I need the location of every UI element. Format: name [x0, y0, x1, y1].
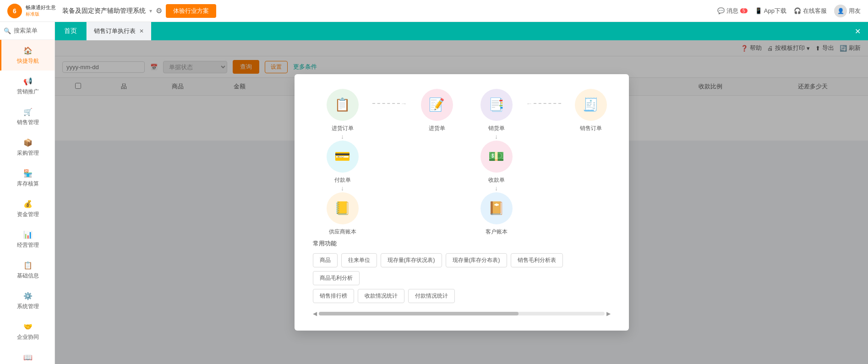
system-name: 装备及固定资产辅助管理系统 [62, 7, 146, 15]
app-icon: 📱 [755, 7, 762, 14]
receipt-circle: 💵 [480, 141, 513, 173]
flow-node-purchase-bill[interactable]: 📝 进货单 [407, 89, 467, 132]
logo-text: 畅康通好生意 [26, 4, 56, 11]
sidebar-item-finance[interactable]: 💰 资金管理 [0, 193, 55, 224]
sidebar-label-enterprise: 企业协同 [17, 333, 39, 341]
flow-node-supplier[interactable]: 📒 供应商账本 [313, 192, 372, 236]
arrow-down-payment: ↓ [341, 132, 344, 141]
arrow-down-receipt: ↓ [495, 132, 498, 141]
sidebar-label-sales: 销售管理 [17, 119, 39, 126]
sidebar-label-purchase: 采购管理 [17, 149, 39, 157]
arrow-down-supplier: ↓ [341, 184, 344, 192]
flow-node-payment[interactable]: 💳 付款单 [313, 141, 372, 184]
sidebar-search[interactable]: 🔍 搜索菜单 [0, 22, 55, 40]
sidebar-item-enterprise[interactable]: 🤝 企业协同 [0, 316, 55, 347]
func-btn-goods[interactable]: 商品 [313, 253, 338, 267]
sidebar-item-purchase[interactable]: 📦 采购管理 [0, 132, 55, 163]
top-header: 6 畅康通好生意 标准版 装备及固定资产辅助管理系统 ▾ ⚙ 体验行业方案 💬 … [0, 0, 868, 22]
sales-bill-label: 销货单 [488, 125, 505, 132]
system-dropdown-icon[interactable]: ▾ [149, 8, 152, 14]
customer-label: 客户账本 [486, 228, 508, 236]
flow-node-sales-order[interactable]: 🧾 销售订单 [561, 89, 621, 132]
scroll-thumb [319, 312, 519, 315]
func-btn-goods-margin[interactable]: 商品毛利分析 [313, 271, 360, 285]
purchase-icon: 📦 [23, 137, 33, 147]
arrow-down-customer: ↓ [495, 184, 498, 192]
sales-order-label: 销售订单 [580, 125, 602, 132]
marketing-icon: 📢 [23, 76, 33, 86]
tab-close-icon[interactable]: ✕ [139, 28, 144, 34]
func-btn-sales-margin[interactable]: 销售毛利分析表 [511, 253, 563, 267]
sidebar-item-sales[interactable]: 🛒 销售管理 [0, 101, 55, 132]
message-icon: 💬 [717, 7, 725, 14]
purchase-bill-circle: 📝 [421, 89, 453, 121]
flow-node-sales-bill[interactable]: 📑 销货单 [467, 89, 526, 132]
message-label: 消息 [726, 7, 738, 15]
sidebar: 🔍 搜索菜单 🏠 快捷导航 📢 营销推广 🛒 销售管理 📦 采购管理 🏪 库存核… [0, 22, 55, 364]
func-btn-sales-rank[interactable]: 销售排行榜 [313, 289, 354, 303]
sales-order-circle: 🧾 [575, 89, 607, 121]
purchase-bill-label: 进货单 [429, 125, 445, 132]
flow-node-receipt[interactable]: 💵 收款单 [467, 141, 526, 184]
sidebar-item-inventory[interactable]: 🏪 库存核算 [0, 163, 55, 193]
sidebar-item-basic-info[interactable]: 📋 基础信息 [0, 255, 55, 285]
tab-bar: 首页 销售订单执行表 ✕ ✕ [55, 22, 868, 40]
sidebar-item-newbie[interactable]: 📖 新手引导 [0, 347, 55, 364]
inventory-icon: 🏪 [23, 168, 33, 178]
sidebar-label-finance: 资金管理 [17, 211, 39, 218]
supplier-label: 供应商账本 [329, 228, 356, 236]
receipt-label: 收款单 [488, 176, 505, 184]
app-download-item[interactable]: 📱 App下载 [755, 7, 786, 15]
func-btn-stock-dist[interactable]: 现存量(库存分布表) [446, 253, 507, 267]
logo-area: 6 畅康通好生意 标准版 [7, 4, 62, 18]
service-item[interactable]: 🎧 在线客服 [794, 7, 827, 15]
sidebar-label-system: 系统管理 [17, 303, 39, 310]
purchase-order-label: 进货订单 [332, 125, 354, 132]
sidebar-item-marketing[interactable]: 📢 营销推广 [0, 71, 55, 101]
common-title: 常用功能 [313, 239, 611, 248]
quick-nav-modal: 📋 进货订单 ↓ 💳 付款单 ↓ [295, 74, 629, 331]
search-label: 搜索菜单 [14, 27, 38, 35]
tab-home[interactable]: 首页 [55, 22, 87, 40]
service-icon: 🎧 [794, 7, 801, 14]
system-icon: ⚙️ [23, 291, 33, 301]
main-layout: 🔍 搜索菜单 🏠 快捷导航 📢 营销推广 🛒 销售管理 📦 采购管理 🏪 库存核… [0, 22, 868, 364]
sidebar-item-quick-nav[interactable]: 🏠 快捷导航 [0, 40, 55, 71]
trial-button[interactable]: 体验行业方案 [166, 4, 216, 18]
sidebar-label-inventory: 库存核算 [17, 180, 39, 188]
system-title: 装备及固定资产辅助管理系统 ▾ ⚙ 体验行业方案 [62, 4, 717, 18]
customer-circle: 📔 [480, 192, 513, 224]
quick-nav-icon: 🏠 [23, 45, 33, 55]
flow-node-purchase-order[interactable]: 📋 进货订单 [313, 89, 372, 132]
sidebar-label-operations: 经营管理 [17, 241, 39, 249]
func-btn-stock-status[interactable]: 现存量(库存状况表) [381, 253, 442, 267]
payment-circle: 💳 [327, 141, 359, 173]
sidebar-label-quick-nav: 快捷导航 [17, 57, 39, 65]
func-btn-payment-stats[interactable]: 付款情况统计 [408, 289, 455, 303]
func-btn-contacts[interactable]: 往来单位 [341, 253, 377, 267]
modal-overlay: 📋 进货订单 ↓ 💳 付款单 ↓ [55, 40, 868, 364]
scroll-track[interactable] [319, 312, 605, 315]
newbie-icon: 📖 [23, 352, 33, 362]
user-item[interactable]: 👤 用友 [834, 5, 861, 17]
message-item[interactable]: 💬 消息 5 [717, 7, 748, 15]
avatar: 👤 [834, 5, 847, 17]
sidebar-item-system[interactable]: ⚙️ 系统管理 [0, 285, 55, 316]
enterprise-icon: 🤝 [23, 321, 33, 331]
sidebar-item-operations[interactable]: 📊 经营管理 [0, 224, 55, 255]
tab-sales-order-execution[interactable]: 销售订单执行表 ✕ [87, 22, 151, 40]
func-btn-receipt-stats[interactable]: 收款情况统计 [358, 289, 404, 303]
supplier-circle: 📒 [327, 192, 359, 224]
content-area: 首页 销售订单执行表 ✕ ✕ ❓ 帮助 🖨 按模板打印 ▾ [55, 22, 868, 364]
tab-home-label: 首页 [64, 27, 77, 35]
scroll-left-arrow[interactable]: ◀ [313, 310, 317, 317]
message-badge: 5 [740, 8, 748, 13]
close-all-tabs-button[interactable]: ✕ [847, 27, 868, 36]
scroll-right-arrow[interactable]: ▶ [606, 310, 611, 317]
app-label: App下载 [764, 7, 786, 15]
settings-icon[interactable]: ⚙ [156, 6, 162, 15]
finance-icon: 💰 [23, 199, 33, 209]
operations-icon: 📊 [23, 229, 33, 239]
search-icon: 🔍 [4, 27, 11, 34]
flow-node-customer[interactable]: 📔 客户账本 [467, 192, 526, 236]
